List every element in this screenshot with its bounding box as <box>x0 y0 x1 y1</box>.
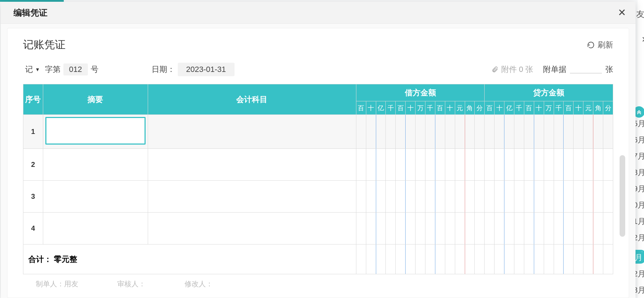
debit-digit-cell[interactable] <box>366 213 376 244</box>
credit-digit-cell[interactable] <box>593 115 603 149</box>
debit-digit-cell[interactable] <box>356 213 366 244</box>
credit-digit-cell[interactable] <box>544 213 554 244</box>
credit-digit-cell[interactable] <box>514 181 524 213</box>
summary-cell[interactable] <box>43 149 148 181</box>
debit-digit-cell[interactable] <box>465 149 475 181</box>
debit-digit-cell[interactable] <box>416 213 425 244</box>
debit-digit-cell[interactable] <box>396 181 406 213</box>
subject-cell[interactable] <box>148 115 356 149</box>
debit-digit-cell[interactable] <box>465 115 475 149</box>
debit-digit-cell[interactable] <box>475 213 485 244</box>
debit-digit-cell[interactable] <box>445 149 455 181</box>
debit-digit-cell[interactable] <box>425 115 435 149</box>
credit-digit-cell[interactable] <box>485 115 495 149</box>
debit-digit-cell[interactable] <box>366 149 376 181</box>
credit-digit-cell[interactable] <box>544 149 554 181</box>
credit-digit-cell[interactable] <box>593 149 603 181</box>
subject-cell[interactable] <box>148 213 356 244</box>
debit-digit-cell[interactable] <box>396 149 406 181</box>
credit-digit-cell[interactable] <box>554 149 564 181</box>
credit-digit-cell[interactable] <box>504 115 514 149</box>
debit-digit-cell[interactable] <box>455 181 465 213</box>
credit-digit-cell[interactable] <box>534 115 544 149</box>
voucher-type-dropdown[interactable]: 记 ▼ <box>23 63 42 76</box>
summary-cell[interactable] <box>43 213 148 244</box>
credit-digit-cell[interactable] <box>524 213 534 244</box>
credit-digit-cell[interactable] <box>554 213 564 244</box>
debit-digit-cell[interactable] <box>396 213 406 244</box>
credit-digit-cell[interactable] <box>485 149 495 181</box>
credit-digit-cell[interactable] <box>554 181 564 213</box>
debit-digit-cell[interactable] <box>425 213 435 244</box>
table-scrollbar[interactable] <box>620 155 625 237</box>
voucher-date-input[interactable]: 2023-01-31 <box>178 63 235 76</box>
debit-digit-cell[interactable] <box>465 213 475 244</box>
credit-digit-cell[interactable] <box>514 149 524 181</box>
credit-digit-cell[interactable] <box>495 115 504 149</box>
debit-digit-cell[interactable] <box>425 181 435 213</box>
credit-digit-cell[interactable] <box>544 181 554 213</box>
credit-digit-cell[interactable] <box>534 181 544 213</box>
debit-digit-cell[interactable] <box>376 181 386 213</box>
credit-digit-cell[interactable] <box>583 149 593 181</box>
credit-digit-cell[interactable] <box>524 149 534 181</box>
debit-digit-cell[interactable] <box>396 115 406 149</box>
doc-count-input[interactable] <box>570 66 602 73</box>
credit-digit-cell[interactable] <box>603 181 613 213</box>
subject-cell[interactable] <box>148 181 356 213</box>
credit-digit-cell[interactable] <box>495 213 504 244</box>
credit-digit-cell[interactable] <box>534 213 544 244</box>
debit-digit-cell[interactable] <box>445 213 455 244</box>
debit-digit-cell[interactable] <box>416 149 425 181</box>
credit-digit-cell[interactable] <box>524 181 534 213</box>
credit-digit-cell[interactable] <box>564 115 574 149</box>
debit-digit-cell[interactable] <box>455 149 465 181</box>
credit-digit-cell[interactable] <box>485 181 495 213</box>
debit-digit-cell[interactable] <box>376 115 386 149</box>
debit-digit-cell[interactable] <box>356 115 366 149</box>
debit-digit-cell[interactable] <box>416 115 425 149</box>
credit-digit-cell[interactable] <box>574 213 583 244</box>
credit-digit-cell[interactable] <box>593 213 603 244</box>
credit-digit-cell[interactable] <box>603 115 613 149</box>
subject-cell[interactable] <box>148 149 356 181</box>
credit-digit-cell[interactable] <box>593 181 603 213</box>
debit-digit-cell[interactable] <box>455 115 465 149</box>
debit-digit-cell[interactable] <box>475 115 485 149</box>
credit-digit-cell[interactable] <box>485 213 495 244</box>
debit-digit-cell[interactable] <box>406 213 416 244</box>
credit-digit-cell[interactable] <box>504 181 514 213</box>
debit-digit-cell[interactable] <box>366 181 376 213</box>
debit-digit-cell[interactable] <box>386 213 396 244</box>
credit-digit-cell[interactable] <box>583 213 593 244</box>
credit-digit-cell[interactable] <box>495 149 504 181</box>
credit-digit-cell[interactable] <box>574 181 583 213</box>
summary-input[interactable] <box>45 117 146 145</box>
modal-close-button[interactable]: ✕ <box>616 7 627 18</box>
credit-digit-cell[interactable] <box>534 149 544 181</box>
credit-digit-cell[interactable] <box>514 115 524 149</box>
credit-digit-cell[interactable] <box>583 115 593 149</box>
debit-digit-cell[interactable] <box>406 149 416 181</box>
credit-digit-cell[interactable] <box>504 213 514 244</box>
debit-digit-cell[interactable] <box>435 213 445 244</box>
debit-digit-cell[interactable] <box>445 115 455 149</box>
debit-digit-cell[interactable] <box>435 149 445 181</box>
credit-digit-cell[interactable] <box>524 115 534 149</box>
credit-digit-cell[interactable] <box>603 213 613 244</box>
debit-digit-cell[interactable] <box>435 181 445 213</box>
credit-digit-cell[interactable] <box>554 115 564 149</box>
debit-digit-cell[interactable] <box>435 115 445 149</box>
debit-digit-cell[interactable] <box>356 149 366 181</box>
credit-digit-cell[interactable] <box>564 149 574 181</box>
credit-digit-cell[interactable] <box>564 213 574 244</box>
debit-digit-cell[interactable] <box>416 181 425 213</box>
debit-digit-cell[interactable] <box>406 115 416 149</box>
debit-digit-cell[interactable] <box>356 181 366 213</box>
debit-digit-cell[interactable] <box>475 149 485 181</box>
attachment-link[interactable]: 附件 0 张 <box>491 64 533 75</box>
credit-digit-cell[interactable] <box>504 149 514 181</box>
credit-digit-cell[interactable] <box>544 115 554 149</box>
debit-digit-cell[interactable] <box>465 181 475 213</box>
debit-digit-cell[interactable] <box>455 213 465 244</box>
